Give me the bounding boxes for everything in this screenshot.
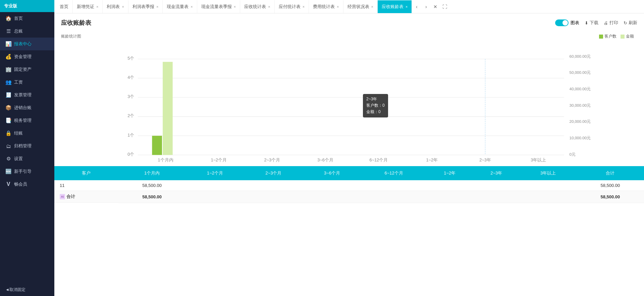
svg-text:1~2年: 1~2年 <box>426 158 438 162</box>
sidebar-logo: 专业版 <box>0 0 54 12</box>
sidebar-item-archive[interactable]: 🗂 归档管理 <box>0 140 54 152</box>
sidebar-item-inventory[interactable]: 📦 进销台账 <box>0 101 54 114</box>
tab-voucher-close[interactable]: × <box>96 5 98 9</box>
svg-text:2个: 2个 <box>127 113 134 118</box>
tab-nav-next[interactable]: › <box>421 0 431 13</box>
tab-expense-stats-close[interactable]: × <box>337 5 339 9</box>
col-m6: 1~2年 <box>426 166 473 180</box>
sidebar-item-close-accounts[interactable]: 🔒 结账 <box>0 127 54 140</box>
sidebar-item-payroll-label: 工资 <box>14 79 23 85</box>
sidebar-item-guide[interactable]: 🆕 新手引导 <box>0 165 54 178</box>
bar-amount-0 <box>163 62 173 155</box>
tab-ar-stats-label: 应收统计表 <box>244 4 266 10</box>
home-icon: 🏠 <box>5 15 11 21</box>
tab-profit[interactable]: 利润表 × <box>103 0 128 13</box>
download-btn[interactable]: ⬇ 下载 <box>585 20 598 26</box>
tab-cashflow-label: 现金流量表 <box>167 4 189 10</box>
tab-home[interactable]: 首页 <box>56 0 73 13</box>
col-customer: 客户 <box>54 166 118 180</box>
tab-profit-quarterly[interactable]: 利润表季报 × <box>128 0 163 13</box>
tab-ap-stats-close[interactable]: × <box>303 5 305 9</box>
sidebar-item-vip[interactable]: V 畅会员 <box>0 178 54 191</box>
chart-toggle[interactable] <box>555 19 569 26</box>
svg-text:40,000.00元: 40,000.00元 <box>569 87 591 91</box>
tab-business-status[interactable]: 经营状况表 × <box>343 0 378 13</box>
tab-cashflow-quarterly[interactable]: 现金流量表季报 × <box>197 0 240 13</box>
tab-expense-stats[interactable]: 费用统计表 × <box>309 0 343 13</box>
inventory-icon: 📦 <box>5 105 11 111</box>
svg-text:1个月内: 1个月内 <box>158 158 173 162</box>
sidebar-item-reports[interactable]: 📊 报表中心 <box>0 38 54 50</box>
tab-ap-stats[interactable]: 应付统计表 × <box>275 0 309 13</box>
chart-area: 账龄统计图 客户数 金额 0个 1个 2个 3个 4个 <box>54 30 644 166</box>
tab-close-all[interactable]: ✕ <box>431 0 440 13</box>
table-row: 11 58,500.00 58,500.00 <box>54 180 644 191</box>
total-m8 <box>520 191 576 203</box>
refresh-label: 刷新 <box>629 20 637 26</box>
ledger-icon: ☰ <box>5 28 11 34</box>
sidebar-item-invoice-label: 发票管理 <box>14 92 32 98</box>
col-m8: 3年以上 <box>520 166 576 180</box>
tab-cashflow-quarterly-close[interactable]: × <box>234 5 236 9</box>
sidebar-item-assets[interactable]: 🏢 固定资产 <box>0 63 54 76</box>
tab-ar-stats[interactable]: 应收统计表 × <box>240 0 274 13</box>
assets-icon: 🏢 <box>5 66 11 72</box>
cell-m7-0 <box>473 180 520 191</box>
svg-text:3~6个月: 3~6个月 <box>317 158 333 162</box>
reports-icon: 📊 <box>5 41 11 47</box>
tab-business-status-close[interactable]: × <box>371 5 373 9</box>
sidebar-item-reports-label: 报表中心 <box>14 41 32 47</box>
cell-m1-0: 58,500.00 <box>118 180 186 191</box>
sidebar-item-funds[interactable]: 💰 资金管理 <box>0 50 54 63</box>
sidebar-item-payroll[interactable]: 👥 工资 <box>0 76 54 89</box>
content-area: 应收账龄表 图表 ⬇ 下载 🖨 打印 ↻ 刷新 <box>54 13 644 296</box>
download-icon: ⬇ <box>585 20 588 26</box>
tax-icon: 📑 <box>5 117 11 124</box>
sidebar-item-close-label: 结账 <box>14 130 23 136</box>
sidebar-item-ledger-label: 总账 <box>14 28 23 34</box>
tab-profit-close[interactable]: × <box>122 5 124 9</box>
print-icon: 🖨 <box>604 20 608 26</box>
sidebar-item-invoice[interactable]: 🧾 发票管理 <box>0 89 54 101</box>
sidebar-item-home[interactable]: 🏠 首页 <box>0 12 54 25</box>
page-title: 应收账龄表 <box>61 19 91 27</box>
sidebar-item-settings-label: 设置 <box>14 156 23 162</box>
svg-text:3年以上: 3年以上 <box>531 158 546 162</box>
total-m7 <box>473 191 520 203</box>
cell-m4-0 <box>303 180 361 191</box>
total-m5 <box>361 191 426 203</box>
cell-m8-0 <box>520 180 576 191</box>
tab-maximize[interactable]: ⛶ <box>440 0 449 13</box>
sidebar-item-home-label: 首页 <box>14 15 23 21</box>
cell-m6-0 <box>426 180 473 191</box>
tab-ar-aging-close[interactable]: × <box>406 5 408 9</box>
table-total-row: Ai 合计 58,500.00 58,500.00 <box>54 191 644 203</box>
tab-cashflow[interactable]: 现金流量表 × <box>163 0 197 13</box>
tab-profit-quarterly-label: 利润表季报 <box>132 4 154 10</box>
tab-voucher[interactable]: 新增凭证 × <box>73 0 103 13</box>
refresh-btn[interactable]: ↻ 刷新 <box>624 20 637 26</box>
svg-text:5个: 5个 <box>127 56 134 61</box>
legend-customers: 客户数 <box>599 34 616 39</box>
sidebar-collapse-btn[interactable]: ◄取消固定 <box>0 284 54 296</box>
tab-nav-prev[interactable]: ‹ <box>412 0 421 13</box>
svg-text:2~3年: 2~3年 <box>479 158 491 162</box>
print-btn[interactable]: 🖨 打印 <box>604 20 618 26</box>
tab-cashflow-quarterly-label: 现金流量表季报 <box>201 4 232 10</box>
bar-customers-0 <box>152 136 162 155</box>
svg-text:4个: 4个 <box>127 75 134 80</box>
tab-ar-aging[interactable]: 应收账龄表 × <box>378 0 412 13</box>
tab-cashflow-close[interactable]: × <box>191 5 193 9</box>
tab-profit-quarterly-close[interactable]: × <box>156 5 158 9</box>
tab-home-label: 首页 <box>60 4 68 10</box>
sidebar-item-settings[interactable]: ⚙ 设置 <box>0 152 54 165</box>
tab-ar-stats-close[interactable]: × <box>268 5 270 9</box>
sidebar-item-tax[interactable]: 📑 税务管理 <box>0 114 54 127</box>
sidebar-item-inventory-label: 进销台账 <box>14 105 32 111</box>
svg-text:0个: 0个 <box>127 152 134 157</box>
tab-expense-stats-label: 费用统计表 <box>313 4 335 10</box>
sidebar-item-ledger[interactable]: ☰ 总账 <box>0 25 54 38</box>
col-m2: 1~2个月 <box>186 166 244 180</box>
sidebar: 专业版 🏠 首页 ☰ 总账 📊 报表中心 💰 资金管理 🏢 固定资产 👥 工资 … <box>0 0 54 296</box>
sidebar-item-funds-label: 资金管理 <box>14 54 32 60</box>
